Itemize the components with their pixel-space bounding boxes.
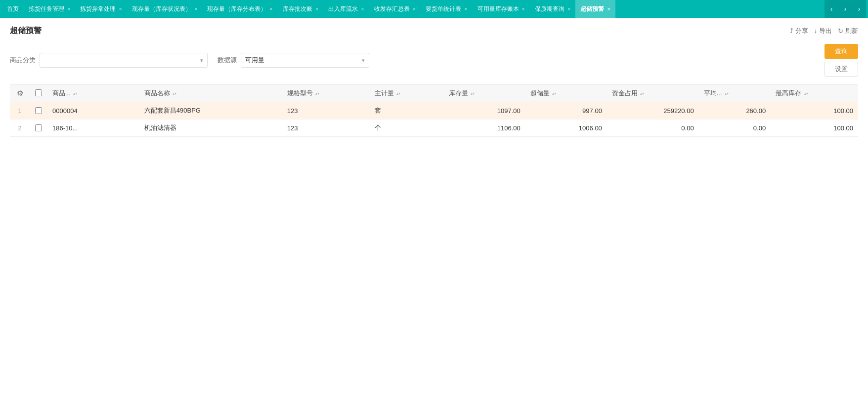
- cell-stock: 1097.00: [444, 102, 525, 119]
- nav-tab-10[interactable]: 保质期查询 ×: [530, 0, 575, 18]
- cell-capital: 259220.00: [607, 102, 699, 119]
- cell-over: 1006.00: [525, 119, 607, 137]
- cell-maxstock: 100.00: [771, 102, 858, 119]
- cell-unit: 个: [370, 119, 444, 137]
- nav-tab-11[interactable]: 超储预警 ×: [575, 0, 615, 18]
- cell-spec: 123: [282, 119, 370, 137]
- th-maxstock: 最高库存 ▴▾: [771, 85, 858, 102]
- export-icon: ↓: [814, 27, 818, 35]
- sort-unit-icon[interactable]: ▴▾: [396, 92, 400, 96]
- close-tab-5[interactable]: ×: [315, 6, 318, 12]
- table-header-row: ⚙ 商品... ▴▾ 商品名称 ▴▾ 规格型号 ▴▾ 主计: [10, 85, 858, 102]
- sort-spec-icon[interactable]: ▴▾: [315, 92, 319, 96]
- cell-avg: 260.00: [699, 102, 771, 119]
- row-checkbox-0[interactable]: [35, 107, 42, 114]
- page-title: 超储预警: [10, 26, 42, 36]
- close-tab-8[interactable]: ×: [464, 6, 467, 12]
- close-tab-10[interactable]: ×: [567, 6, 570, 12]
- nav-more-arrow[interactable]: ›: [852, 0, 866, 18]
- category-label: 商品分类: [10, 56, 36, 65]
- sort-capital-icon[interactable]: ▴▾: [640, 92, 644, 96]
- cell-avg: 0.00: [699, 119, 771, 137]
- th-stock: 库存量 ▴▾: [444, 85, 525, 102]
- nav-tab-6[interactable]: 出入库流水 ×: [323, 0, 369, 18]
- table-row: 2 186-10... 机油滤清器 123 个 1106.00 1006.00 …: [10, 119, 858, 137]
- settings-button[interactable]: 设置: [825, 62, 858, 77]
- nav-tab-2[interactable]: 拣货异常处理 ×: [75, 0, 127, 18]
- nav-tab-9[interactable]: 可用量库存账本 ×: [473, 0, 530, 18]
- th-checkbox: [30, 85, 47, 102]
- category-chevron-icon: ▾: [200, 57, 203, 64]
- close-tab-9[interactable]: ×: [522, 6, 525, 12]
- refresh-button[interactable]: ↻ 刷新: [838, 27, 858, 36]
- close-tab-2[interactable]: ×: [119, 6, 122, 12]
- nav-tab-home[interactable]: 首页: [2, 0, 24, 18]
- row-checkbox-1[interactable]: [35, 124, 42, 131]
- sort-stock-icon[interactable]: ▴▾: [471, 92, 475, 96]
- export-button[interactable]: ↓ 导出: [814, 27, 832, 36]
- cell-checkbox: [30, 119, 47, 137]
- sort-maxstock-icon[interactable]: ▴▾: [804, 92, 808, 96]
- cell-index: 1: [10, 102, 30, 119]
- th-capital: 资金占用 ▴▾: [607, 85, 699, 102]
- cell-unit: 套: [370, 102, 444, 119]
- page-content: 超储预警 ⤴ 分享 ↓ 导出 ↻ 刷新 商品分类 ▾ 数据源: [0, 18, 868, 395]
- gear-icon[interactable]: ⚙: [17, 89, 23, 97]
- sort-over-icon[interactable]: ▴▾: [552, 92, 556, 96]
- cell-code: 186-10...: [47, 119, 139, 137]
- sort-name-icon[interactable]: ▴▾: [173, 92, 176, 96]
- cell-over: 997.00: [525, 102, 607, 119]
- nav-tab-5[interactable]: 库存批次账 ×: [278, 0, 323, 18]
- close-tab-6[interactable]: ×: [361, 6, 364, 12]
- th-unit: 主计量 ▴▾: [370, 85, 444, 102]
- category-select[interactable]: ▾: [40, 53, 208, 68]
- cell-spec: 123: [282, 102, 370, 119]
- cell-code: 0000004: [47, 102, 139, 119]
- filter-buttons: 查询 设置: [825, 44, 858, 77]
- close-tab-3[interactable]: ×: [194, 6, 197, 12]
- cell-name: 六配套新昌490BPG: [139, 102, 282, 119]
- nav-tab-7[interactable]: 收发存汇总表 ×: [369, 0, 421, 18]
- datasource-chevron-icon: ▾: [362, 57, 365, 64]
- cell-checkbox: [30, 102, 47, 119]
- th-over: 超储量 ▴▾: [525, 85, 607, 102]
- filter-row: 商品分类 ▾ 数据源 可用量 ▾ 查询 设置: [10, 44, 858, 77]
- nav-next-arrow[interactable]: ›: [838, 0, 852, 18]
- nav-tab-8[interactable]: 要货单统计表 ×: [421, 0, 472, 18]
- th-avg: 平均... ▴▾: [699, 85, 771, 102]
- data-table: ⚙ 商品... ▴▾ 商品名称 ▴▾ 规格型号 ▴▾ 主计: [10, 84, 858, 137]
- refresh-icon: ↻: [838, 27, 843, 35]
- close-tab-7[interactable]: ×: [413, 6, 416, 12]
- cell-stock: 1106.00: [444, 119, 525, 137]
- th-settings: ⚙: [10, 85, 30, 102]
- nav-arrows: ‹ › ›: [825, 0, 866, 18]
- nav-prev-arrow[interactable]: ‹: [825, 0, 838, 18]
- datasource-select[interactable]: 可用量 ▾: [241, 53, 369, 68]
- top-nav: 首页 拣货任务管理 × 拣货异常处理 × 现存量（库存状况表） × 现存量（库存…: [0, 0, 868, 18]
- table-row: 1 0000004 六配套新昌490BPG 123 套 1097.00 997.…: [10, 102, 858, 119]
- cell-maxstock: 100.00: [771, 119, 858, 137]
- datasource-label: 数据源: [217, 56, 237, 65]
- cell-name: 机油滤清器: [139, 119, 282, 137]
- share-button[interactable]: ⤴ 分享: [790, 27, 808, 36]
- table-body: 1 0000004 六配套新昌490BPG 123 套 1097.00 997.…: [10, 102, 858, 137]
- close-tab-4[interactable]: ×: [269, 6, 272, 12]
- close-tab-1[interactable]: ×: [67, 6, 70, 12]
- datasource-filter: 数据源 可用量 ▾: [217, 53, 369, 68]
- nav-tab-4[interactable]: 现存量（库存分布表） ×: [202, 0, 277, 18]
- select-all-checkbox[interactable]: [35, 89, 42, 96]
- share-icon: ⤴: [790, 27, 793, 35]
- sort-avg-icon[interactable]: ▴▾: [725, 92, 729, 96]
- category-filter: 商品分类 ▾: [10, 53, 208, 68]
- query-button[interactable]: 查询: [825, 44, 858, 59]
- nav-tab-1[interactable]: 拣货任务管理 ×: [24, 0, 75, 18]
- nav-tab-3[interactable]: 现存量（库存状况表） ×: [127, 0, 202, 18]
- page-header: 超储预警 ⤴ 分享 ↓ 导出 ↻ 刷新: [10, 26, 858, 36]
- th-name: 商品名称 ▴▾: [139, 85, 282, 102]
- cell-capital: 0.00: [607, 119, 699, 137]
- th-code: 商品... ▴▾: [47, 85, 139, 102]
- th-spec: 规格型号 ▴▾: [282, 85, 370, 102]
- close-tab-11[interactable]: ×: [607, 6, 610, 12]
- sort-code-icon[interactable]: ▴▾: [73, 92, 77, 96]
- header-actions: ⤴ 分享 ↓ 导出 ↻ 刷新: [790, 27, 859, 36]
